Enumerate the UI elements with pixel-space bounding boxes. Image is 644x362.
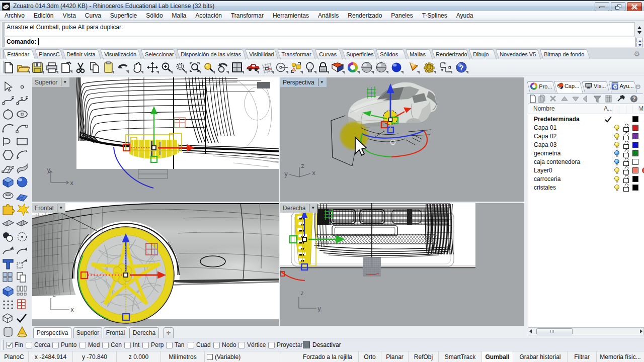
svg-text:?: ? [614,85,617,89]
svg-text:x: x [312,170,315,177]
svg-text:z: z [52,292,56,299]
svg-text:y: y [47,167,50,174]
svg-text:x: x [70,180,73,187]
svg-text:?: ? [632,96,636,102]
svg-text:?: ? [459,63,463,72]
svg-text:z: z [301,163,304,170]
svg-text:x: x [70,307,74,314]
svg-text:y: y [284,171,288,178]
svg-text:y: y [317,306,321,313]
svg-text:z: z [300,290,304,297]
